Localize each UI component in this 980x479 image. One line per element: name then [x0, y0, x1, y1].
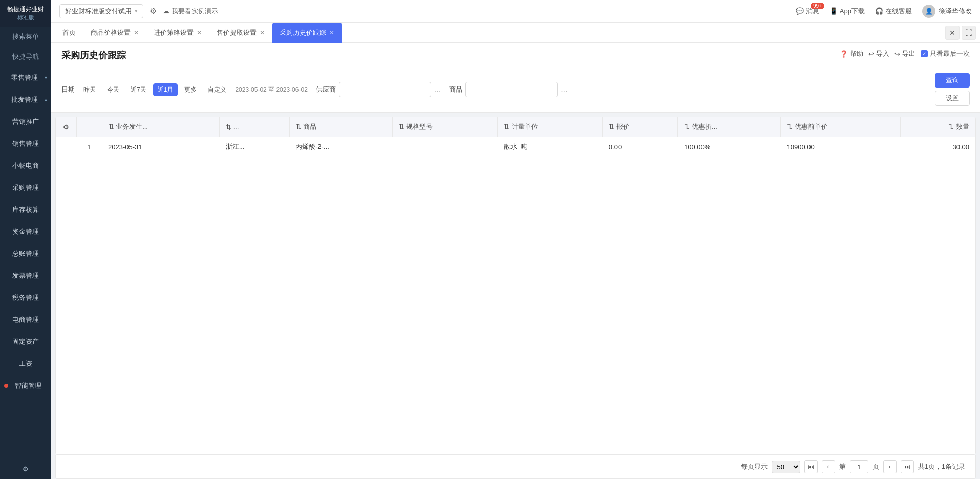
- total-info: 共1页，1条记录: [918, 462, 965, 471]
- last1m-btn[interactable]: 近1月: [153, 83, 178, 96]
- sidebar: 畅捷通好业财 标准版 搜索菜单 快捷导航 零售管理 ▾ 批发管理 ▴ 营销推广 …: [0, 0, 51, 479]
- tab-history-price[interactable]: 采购历史价跟踪 ✕: [272, 23, 342, 43]
- col-header-spec[interactable]: ⇅ 规格型号: [392, 117, 497, 137]
- col-header-price[interactable]: ⇅ 报价: [603, 117, 678, 137]
- col-header-discount[interactable]: ⇅ 优惠折...: [678, 117, 781, 137]
- prev-page-button[interactable]: ‹: [822, 460, 835, 473]
- custom-btn[interactable]: 自定义: [203, 83, 231, 96]
- help-icon: ❓: [840, 50, 848, 58]
- today-btn[interactable]: 今天: [102, 83, 124, 96]
- tab-sale-price-close-icon[interactable]: ✕: [260, 29, 265, 36]
- sort-icon-spec: ⇅: [399, 123, 404, 130]
- sidebar-item-sales[interactable]: 销售管理: [0, 133, 51, 155]
- sidebar-item-finance[interactable]: 资金管理: [0, 221, 51, 243]
- only-last-checkbox[interactable]: ✓ 只看最后一次: [921, 49, 970, 58]
- tab-purchase-strategy[interactable]: 进价策略设置 ✕: [146, 23, 209, 43]
- chevron-icon: ▾: [45, 75, 47, 80]
- import-icon: ↩: [868, 50, 874, 58]
- sidebar-item-smart[interactable]: 智能管理: [0, 375, 51, 397]
- sidebar-item-invoice[interactable]: 发票管理: [0, 265, 51, 287]
- demo-button[interactable]: ☁ 我要看实例演示: [163, 7, 218, 16]
- app-label: App下载: [840, 7, 865, 16]
- tab-home[interactable]: 首页: [55, 23, 83, 43]
- tab-sale-price[interactable]: 售价提取设置 ✕: [209, 23, 272, 43]
- sidebar-item-retail[interactable]: 零售管理 ▾: [0, 67, 51, 89]
- import-button[interactable]: ↩ 导入: [868, 49, 889, 58]
- sort-icon-unit: ⇅: [504, 123, 509, 130]
- col-header-unit-price[interactable]: ⇅ 优惠前单价: [780, 117, 901, 137]
- sidebar-logo: 畅捷通好业财 标准版: [0, 0, 51, 27]
- tab-expand-button[interactable]: ⛶: [962, 26, 976, 40]
- page-area: 采购历史价跟踪 ❓ 帮助 ↩ 导入 ↪ 导出 ✓ 只看最后一次: [51, 43, 980, 479]
- first-page-button[interactable]: ⏮: [804, 460, 818, 473]
- online-service-button[interactable]: 🎧 在线客服: [875, 7, 912, 16]
- sidebar-item-purchase[interactable]: 采购管理: [0, 177, 51, 199]
- sidebar-gear-button[interactable]: ⚙: [0, 459, 51, 479]
- row-discount-cell: 100.00%: [678, 137, 781, 157]
- main-content: 好业财标准版交付试用 ▾ ⚙ ☁ 我要看实例演示 💬 消息 99+ 📱 App下…: [51, 0, 980, 479]
- next-page-button[interactable]: ›: [883, 460, 897, 473]
- settings-button[interactable]: 设置: [935, 91, 970, 106]
- col-header-index: [76, 117, 102, 137]
- col-header-gear[interactable]: ⚙: [56, 117, 76, 137]
- sidebar-item-assets[interactable]: 固定资产: [0, 331, 51, 353]
- table-container: ⚙ ⇅ 业务发生... ⇅ ...: [55, 117, 976, 455]
- sidebar-item-inventory[interactable]: 库存核算: [0, 199, 51, 221]
- sidebar-item-marketing[interactable]: 营销推广: [0, 111, 51, 133]
- message-button[interactable]: 💬 消息 99+: [796, 7, 819, 16]
- supplier-filter-group: 供应商 ...: [316, 82, 441, 97]
- sidebar-item-ledger[interactable]: 总账管理: [0, 243, 51, 265]
- col-header-date[interactable]: ⇅ 业务发生...: [102, 117, 220, 137]
- date-filter-group: 日期 昨天 今天 近7天 近1月 更多 自定义 2023-05-02 至 202…: [61, 83, 308, 96]
- checkbox-icon: ✓: [921, 50, 928, 57]
- product-filter-group: 商品 ...: [449, 82, 567, 97]
- last7-btn[interactable]: 近7天: [126, 83, 151, 96]
- tab-purchase-strategy-close-icon[interactable]: ✕: [197, 29, 202, 36]
- import-label: 导入: [876, 49, 889, 58]
- sidebar-item-payroll[interactable]: 工资: [0, 353, 51, 375]
- row-product-cell: 丙烯酸-2-...: [289, 137, 392, 157]
- sidebar-search-menu[interactable]: 搜索菜单: [0, 27, 51, 47]
- page-title: 采购历史价跟踪: [61, 49, 126, 67]
- topbar-actions: 💬 消息 99+ 📱 App下载 🎧 在线客服 👤 徐泽华修改: [796, 5, 972, 18]
- sort-icon-price: ⇅: [609, 123, 614, 130]
- page-label: 第: [839, 462, 846, 471]
- query-button[interactable]: 查询: [935, 73, 970, 88]
- supplier-more-icon[interactable]: ...: [434, 85, 441, 94]
- last-page-button[interactable]: ⏭: [901, 460, 914, 473]
- product-more-icon[interactable]: ...: [561, 85, 567, 94]
- sidebar-item-wholesale[interactable]: 批发管理 ▴: [0, 89, 51, 111]
- sidebar-item-ecommerce[interactable]: 电商管理: [0, 309, 51, 331]
- export-button[interactable]: ↪ 导出: [894, 49, 915, 58]
- message-badge: 99+: [811, 3, 824, 9]
- yesterday-btn[interactable]: 昨天: [79, 83, 100, 96]
- version-select[interactable]: 好业财标准版交付试用 ▾: [59, 4, 143, 18]
- message-icon: 💬: [796, 7, 804, 15]
- tab-history-price-close-icon[interactable]: ✕: [329, 29, 334, 36]
- sort-icon-product: ⇅: [296, 123, 302, 130]
- page-unit-label: 页: [872, 462, 879, 471]
- app-download-button[interactable]: 📱 App下载: [829, 7, 865, 16]
- help-button[interactable]: ❓ 帮助: [840, 49, 863, 58]
- product-input[interactable]: [465, 82, 558, 97]
- more-btn[interactable]: 更多: [180, 83, 201, 96]
- user-profile-button[interactable]: 👤 徐泽华修改: [922, 5, 972, 18]
- col-header-quantity[interactable]: ⇅ 数量: [901, 117, 975, 137]
- sidebar-quicknav[interactable]: 快捷导航: [0, 47, 51, 67]
- col-header-product[interactable]: ⇅ 商品: [289, 117, 392, 137]
- col-header-extra[interactable]: ⇅ ...: [220, 117, 289, 137]
- sort-icon-unit-price: ⇅: [787, 123, 793, 130]
- row-extra-cell: 浙江...: [220, 137, 289, 157]
- tab-purchase-strategy-label: 进价策略设置: [154, 28, 194, 37]
- per-page-select[interactable]: 50 20 100: [772, 461, 800, 473]
- row-date-cell: 2023-05-31: [102, 137, 220, 157]
- sidebar-item-tax[interactable]: 税务管理: [0, 287, 51, 309]
- topbar-gear-icon[interactable]: ⚙: [150, 6, 157, 16]
- col-header-unit[interactable]: ⇅ 计量单位: [498, 117, 603, 137]
- tab-close-button[interactable]: ✕: [945, 26, 960, 40]
- tab-price[interactable]: 商品价格设置 ✕: [83, 23, 146, 43]
- supplier-input[interactable]: [339, 82, 431, 97]
- tab-price-close-icon[interactable]: ✕: [134, 29, 139, 36]
- page-input[interactable]: [850, 460, 868, 473]
- sidebar-item-ecommerce-small[interactable]: 小畅电商: [0, 155, 51, 177]
